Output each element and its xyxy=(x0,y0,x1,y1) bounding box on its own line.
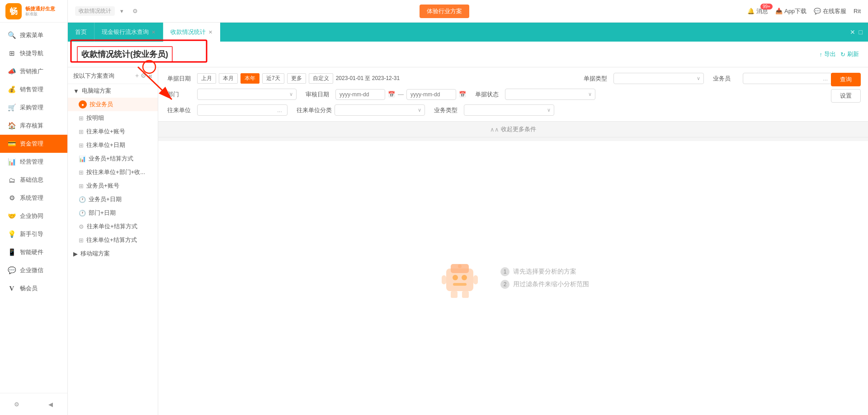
dept-select-wrapper xyxy=(197,89,297,100)
enterprise-icon: 🤝 xyxy=(7,212,16,221)
sidebar-item-finance[interactable]: 💳 资金管理 xyxy=(0,135,67,153)
svg-point-9 xyxy=(458,264,462,268)
tab-bank-flow[interactable]: 现金银行流水查询 ✕ xyxy=(94,23,163,42)
scheme-item-by-salesperson[interactable]: ● 按业务员 xyxy=(68,98,158,111)
partner-settle2-icon: ⊞ xyxy=(79,237,84,244)
date-custom[interactable]: 自定义 xyxy=(309,73,333,84)
doc-type-select[interactable] xyxy=(613,73,704,84)
sidebar-settings-btn[interactable]: ⚙ xyxy=(10,398,23,410)
window-close-btn[interactable]: ✕ xyxy=(850,28,855,36)
date-more[interactable]: 更多 xyxy=(287,73,306,84)
trial-button[interactable]: 体验行业方案 xyxy=(420,5,469,18)
dept-select[interactable] xyxy=(197,89,297,100)
sidebar-item-operations[interactable]: 📊 经营管理 xyxy=(0,153,67,171)
scheme-item-dept-date[interactable]: 🕐 部门+日期 xyxy=(68,206,158,220)
audit-date-from[interactable] xyxy=(335,89,385,100)
partner-category-select-wrapper xyxy=(335,104,425,116)
sidebar-item-inventory[interactable]: 🏠 库存核算 xyxy=(0,117,67,135)
audit-date-filter: 审核日期 📅 — 📅 xyxy=(306,89,466,100)
scheme-item-partner-account[interactable]: ⊞ 往来单位+账号 xyxy=(68,125,158,138)
sidebar-item-enterprise[interactable]: 🤝 企业协同 xyxy=(0,207,67,225)
topbar-left: 收款情况统计 ▾ ⚙ xyxy=(75,5,142,18)
export-btn[interactable]: ↑ 导出 xyxy=(820,50,836,58)
sidebar-item-sales[interactable]: 💰 销售管理 xyxy=(0,80,67,99)
window-maximize-btn[interactable]: □ xyxy=(859,28,863,36)
sidebar-item-marketing[interactable]: 📣 营销推广 xyxy=(0,62,67,80)
empty-tips: 1 请先选择要分析的方案 2 用过滤条件来缩小分析范围 xyxy=(500,267,589,289)
date-this-month[interactable]: 本月 xyxy=(219,73,238,84)
tab-home[interactable]: 首页 xyxy=(68,23,94,42)
calendar-icon-from: 📅 xyxy=(388,91,395,98)
mobile-scheme-header[interactable]: ▶ 移动端方案 xyxy=(68,247,158,260)
sidebar-item-guide[interactable]: 💡 新手引导 xyxy=(0,225,67,243)
sidebar-item-vip[interactable]: V 畅会员 xyxy=(0,279,67,297)
doc-status-select[interactable] xyxy=(505,89,595,100)
scheme-item-detail[interactable]: ⊞ 按明细 xyxy=(68,111,158,125)
guide-icon: 💡 xyxy=(7,230,16,239)
date-7days[interactable]: 近7天 xyxy=(262,73,284,84)
scheme-item-partner-date[interactable]: ⊞ 往来单位+日期 xyxy=(68,138,158,152)
active-dot-icon: ● xyxy=(79,100,87,108)
salesperson-date-icon: 🕐 xyxy=(79,196,86,203)
robot-svg xyxy=(437,255,482,300)
scheme-item-partner-settle2[interactable]: ⊞ 往来单位+结算方式 xyxy=(68,233,158,247)
collapse-more-btn[interactable]: ∧∧ 收起更多条件 xyxy=(490,125,536,133)
partner-account-icon: ⊞ xyxy=(79,128,84,135)
date-separator: — xyxy=(398,91,404,98)
refresh-btn[interactable]: ↻ 刷新 xyxy=(840,50,859,58)
partner-dept-icon: ⊞ xyxy=(79,169,84,176)
scheme-item-salesperson-settle[interactable]: 📊 业务员+结算方式 xyxy=(68,152,158,165)
salesperson-more-btn[interactable]: ... xyxy=(823,75,828,82)
scheme-settings-btn[interactable]: ⚙ xyxy=(141,72,146,80)
add-scheme-btn[interactable]: + xyxy=(135,72,139,80)
online-service-btn[interactable]: 💬 在线客服 xyxy=(814,7,846,15)
doc-type-select-wrapper xyxy=(613,73,704,84)
mobile-group-icon: ▶ xyxy=(73,250,78,257)
sidebar-item-smart-hw[interactable]: 📱 智能硬件 xyxy=(0,243,67,261)
partner-input[interactable] xyxy=(201,107,277,113)
topbar-gear-btn[interactable]: ⚙ xyxy=(129,5,142,18)
query-button[interactable]: 查询 xyxy=(831,73,861,86)
salesperson-input[interactable] xyxy=(747,75,823,82)
app-download-btn[interactable]: 📥 App下载 xyxy=(775,7,807,15)
message-btn[interactable]: 🔔 消息 99+ xyxy=(747,7,768,15)
tab-bank-flow-close[interactable]: ✕ xyxy=(151,29,156,35)
detail-icon: ⊞ xyxy=(79,115,84,122)
tab-receipt-stats-close[interactable]: ✕ xyxy=(208,29,212,35)
tabbar: 首页 现金银行流水查询 ✕ 收款情况统计 ✕ ✕ □ xyxy=(68,23,868,42)
sidebar-item-basic-info[interactable]: 🗂 基础信息 xyxy=(0,171,67,189)
sidebar-collapse-btn[interactable]: ◀ xyxy=(44,398,57,410)
scheme-item-salesperson-account[interactable]: ⊞ 业务员+账号 xyxy=(68,179,158,193)
date-filter: 单据日期 上月 本月 本年 近7天 更多 自定义 2023-01-01 至 20… xyxy=(167,73,400,84)
logo-text: 畅捷通好生意 标准版 xyxy=(25,5,55,17)
breadcrumb-arrow: ▾ xyxy=(120,8,123,14)
date-last-month[interactable]: 上月 xyxy=(197,73,216,84)
partner-more-btn[interactable]: ... xyxy=(277,107,282,113)
biz-type-select-wrapper xyxy=(464,104,554,116)
settings-button[interactable]: 设置 xyxy=(831,89,861,103)
audit-date-to[interactable] xyxy=(406,89,456,100)
left-panel: 按以下方案查询 + ⚙ « ▼ 电脑端方案 ● xyxy=(68,67,158,415)
scheme-item-partner-settle1[interactable]: ⚙ 往来单位+结算方式 xyxy=(68,220,158,233)
topbar: 收款情况统计 ▾ ⚙ 体验行业方案 🔔 消息 99+ 📥 App下载 💬 在线客… xyxy=(68,0,868,23)
salesperson-account-icon: ⊞ xyxy=(79,183,84,189)
sidebar-item-purchase[interactable]: 🛒 采购管理 xyxy=(0,99,67,117)
biz-type-select[interactable] xyxy=(464,104,554,116)
sidebar-item-search[interactable]: 🔍 搜索菜单 xyxy=(0,26,67,44)
operations-icon: 📊 xyxy=(7,157,16,166)
collapse-panel-btn[interactable]: « xyxy=(148,72,152,80)
scheme-item-salesperson-date[interactable]: 🕐 业务员+日期 xyxy=(68,193,158,206)
biz-type-filter: 业务类型 xyxy=(434,104,554,116)
sidebar-item-system[interactable]: ⚙ 系统管理 xyxy=(0,189,67,207)
scheme-item-partner-dept-collect[interactable]: ⊞ 按往来单位+部门+收... xyxy=(68,165,158,179)
tip-1-number: 1 xyxy=(500,267,509,276)
desktop-scheme-header[interactable]: ▼ 电脑端方案 xyxy=(68,84,158,98)
sidebar-item-quick-nav[interactable]: ⊞ 快捷导航 xyxy=(0,44,67,62)
partner-category-select[interactable] xyxy=(335,104,425,116)
doc-status-select-wrapper xyxy=(505,89,595,100)
sidebar-item-weixin[interactable]: 💬 企业微信 xyxy=(0,261,67,279)
collapse-bar[interactable]: ∧∧ 收起更多条件 xyxy=(158,121,868,137)
mobile-scheme-group: ▶ 移动端方案 xyxy=(68,247,158,260)
date-this-year[interactable]: 本年 xyxy=(241,73,259,84)
tab-receipt-stats[interactable]: 收款情况统计 ✕ xyxy=(163,23,220,42)
